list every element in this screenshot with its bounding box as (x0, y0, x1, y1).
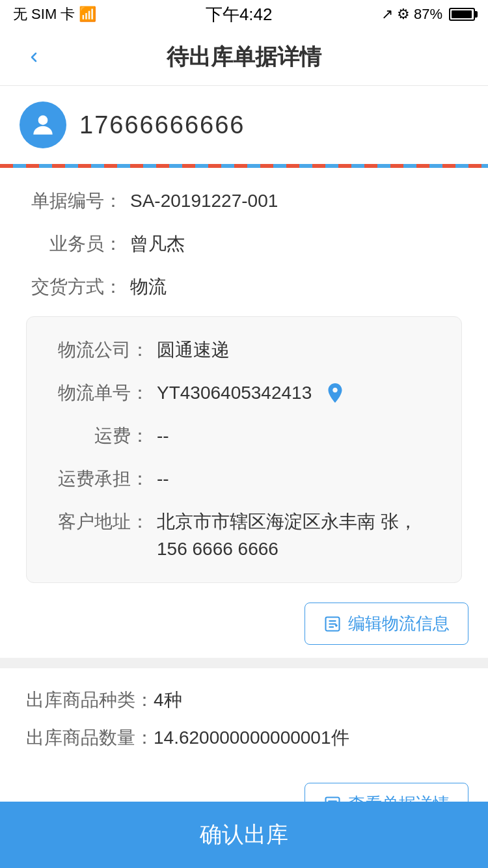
goods-qty-label: 出库商品数量： (26, 726, 154, 750)
sales-rep-label: 业务员： (26, 230, 122, 258)
status-bar: 无 SIM 卡 📶 下午4:42 ↗ ⚙ 87% (0, 0, 488, 29)
doc-number-row: 单据编号： SA-20191227-001 (26, 187, 462, 215)
customer-section: 17666666666 (0, 86, 488, 164)
delivery-method-label: 交货方式： (26, 273, 122, 301)
goods-section: 出库商品种类： 4种 出库商品数量： 14.620000000000001件 (0, 668, 488, 770)
logistics-tracking-label: 物流单号： (53, 379, 149, 407)
customer-phone: 17666666666 (79, 111, 245, 139)
sales-rep-value: 曾凡杰 (130, 230, 462, 258)
goods-type-value: 4种 (154, 688, 182, 712)
logistics-tracking-value: YT4306405342413 (157, 379, 312, 407)
logistics-card: 物流公司： 圆通速递 物流单号： YT4306405342413 运费： -- (26, 316, 462, 583)
carrier-wifi: 无 SIM 卡 📶 (13, 5, 96, 24)
confirm-button-label: 确认出库 (200, 820, 288, 850)
doc-number-label: 单据编号： (26, 187, 122, 215)
logistics-freight-value: -- (157, 422, 435, 450)
page-title: 待出库单据详情 (167, 42, 321, 72)
doc-number-value: SA-20191227-001 (130, 187, 462, 215)
back-button[interactable] (20, 43, 48, 72)
logistics-company-row: 物流公司： 圆通速递 (53, 336, 435, 364)
status-right: ↗ ⚙ 87% (381, 6, 475, 23)
logistics-company-label: 物流公司： (53, 336, 149, 364)
goods-type-label: 出库商品种类： (26, 688, 154, 712)
logistics-freight-bearer-label: 运费承担： (53, 465, 149, 493)
goods-type-row: 出库商品种类： 4种 (26, 688, 462, 712)
logistics-address-label: 客户地址： (53, 508, 149, 536)
logistics-freight-bearer-row: 运费承担： -- (53, 465, 435, 493)
nav-bar: 待出库单据详情 (0, 29, 488, 86)
logistics-freight-label: 运费： (53, 422, 149, 450)
logistics-freight-row: 运费： -- (53, 422, 435, 450)
logistics-company-value: 圆通速递 (157, 336, 435, 364)
edit-logistics-button[interactable]: 编辑物流信息 (305, 603, 468, 645)
battery-icon (449, 8, 475, 21)
gray-separator (0, 658, 488, 668)
confirm-button[interactable]: 确认出库 (0, 802, 488, 868)
goods-qty-value: 14.620000000000001件 (154, 726, 349, 750)
avatar (20, 102, 66, 148)
delivery-method-value: 物流 (130, 273, 462, 301)
main-info-block: 单据编号： SA-20191227-001 业务员： 曾凡杰 交货方式： 物流 … (0, 168, 488, 590)
sales-rep-row: 业务员： 曾凡杰 (26, 230, 462, 258)
svg-point-0 (38, 115, 48, 125)
location-icon[interactable] (322, 380, 348, 406)
delivery-method-row: 交货方式： 物流 (26, 273, 462, 301)
status-time: 下午4:42 (206, 3, 273, 26)
goods-qty-row: 出库商品数量： 14.620000000000001件 (26, 726, 462, 750)
logistics-address-row: 客户地址： 北京市市辖区海淀区永丰南 张，156 6666 6666 (53, 508, 435, 563)
logistics-freight-bearer-value: -- (157, 465, 435, 493)
edit-logistics-label: 编辑物流信息 (348, 612, 450, 635)
logistics-tracking-row: 物流单号： YT4306405342413 (53, 379, 435, 407)
logistics-address-value: 北京市市辖区海淀区永丰南 张，156 6666 6666 (157, 508, 435, 563)
edit-logistics-btn-row: 编辑物流信息 (0, 590, 488, 658)
